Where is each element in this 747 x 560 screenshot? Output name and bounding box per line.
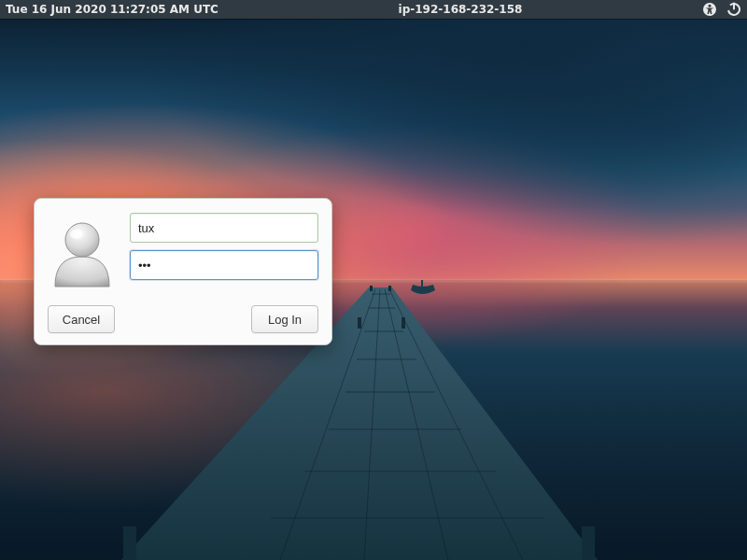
top-panel: Tue 16 Jun 2020 11:27:05 AM UTC ip-192-1…	[0, 0, 747, 19]
svg-point-21	[709, 5, 712, 7]
svg-point-24	[65, 223, 99, 257]
system-tray	[702, 2, 741, 17]
power-icon[interactable]	[726, 2, 741, 17]
login-dialog: Cancel Log In	[34, 198, 332, 345]
svg-point-25	[70, 230, 83, 239]
login-button[interactable]: Log In	[251, 305, 318, 333]
cancel-button[interactable]: Cancel	[48, 305, 115, 333]
clock-label: Tue 16 Jun 2020 11:27:05 AM UTC	[6, 3, 218, 16]
username-field[interactable]	[130, 213, 318, 243]
accessibility-icon[interactable]	[702, 2, 717, 17]
password-field[interactable]	[130, 250, 318, 280]
user-avatar-icon	[48, 212, 117, 292]
hostname-label: ip-192-168-232-158	[399, 3, 523, 16]
